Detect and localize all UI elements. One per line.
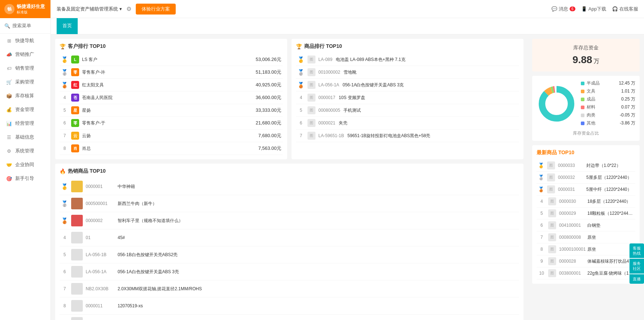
sidebar-item-sales[interactable]: 🏷 销售管理	[0, 61, 50, 75]
product-code: LA-59651-1B	[318, 133, 344, 138]
product-name: 雪地靴	[343, 70, 356, 75]
sidebar-item-operations[interactable]: 📊 经营管理	[0, 116, 50, 130]
new-product-code: 0000030	[559, 199, 584, 204]
search-menu-button[interactable]: 🔍 搜索菜单	[4, 21, 47, 30]
sidebar-item-cooperation[interactable]: 🤝 企业协同	[0, 158, 50, 172]
sidebar-item-quick-nav[interactable]: ⊞ 快捷导航	[0, 34, 50, 48]
new-products-panel: 最新商品 TOP10 🥇 图 0000033 封边带（1.0*22） 🥈 图 0…	[532, 145, 640, 284]
medal-bronze-icon: 🥉	[61, 217, 68, 224]
hot-product-name: 智利车子里（规格不知道填什么）	[118, 218, 518, 224]
customer-rank-row: 4 苍 苍南县人民医院 36,600.00元	[60, 91, 283, 104]
customer-value: 51,183.00元	[256, 69, 281, 75]
customer-badge: 苍	[71, 94, 79, 102]
product-info: 0000021 夹壳	[318, 120, 518, 126]
float-customer-service-btn[interactable]: 客服热线	[629, 243, 644, 258]
medal-gold-icon: 🥇	[61, 56, 68, 63]
new-product-code: 0000032	[558, 175, 583, 180]
customer-value: 40,925.00元	[256, 82, 281, 88]
operations-icon: 📊	[6, 120, 12, 127]
new-product-icon: 图	[548, 209, 556, 217]
message-button[interactable]: 💬 消息 6	[551, 6, 575, 12]
new-product-icon: 图	[548, 221, 556, 229]
new-product-name: 体碱嘉枝味苏打饮品400毫升（1*15）	[587, 258, 634, 264]
product-name: 夹壳	[339, 120, 347, 126]
rank-number: 5	[61, 108, 68, 113]
customer-rank-row: 5 星 星扬 33,333.00元	[60, 104, 283, 117]
legend-category-name: 半成品	[587, 80, 617, 86]
new-product-row: 9 图 0000028 体碱嘉枝味苏打饮品400毫升（1*15）	[537, 255, 635, 267]
customer-ranking-table: 🥇 L LS 客户 53,006.26元 🥈 零 零售客户-许 51,183.0…	[60, 53, 283, 155]
new-product-name: 18多层（1220*2440）	[587, 198, 634, 205]
hot-product-row: 4 01 45#	[60, 229, 519, 246]
sidebar-item-guide[interactable]: 🎯 新手引导	[0, 172, 50, 185]
hot-product-row: 6 LA-056-1A 056-1A白色按键开关盖ABS 3壳	[60, 263, 519, 280]
legend-color-dot	[581, 82, 584, 85]
product-name: 10S 变频罗盘	[339, 95, 365, 100]
medal-silver-icon: 🥈	[61, 200, 68, 207]
rank-number: 4	[61, 95, 68, 100]
float-service: 客服热线 服务社区 直播	[629, 243, 644, 284]
new-product-row: 7 图 000800008 原坐	[537, 231, 635, 243]
sidebar-item-marketing[interactable]: 📣 营销推广	[0, 48, 50, 61]
app-download-button[interactable]: 📱 App下载	[581, 6, 606, 12]
customer-badge: L	[71, 56, 79, 63]
medal-bronze-icon: 🥉	[61, 82, 68, 89]
legend-color-dot	[581, 98, 584, 101]
legend-category-name: 肉类	[587, 112, 617, 118]
rank-number: 9	[538, 259, 545, 264]
product-rank-row: 🥉 图 LA-056-1A 056-1A白色按键开关盖ABS 3克	[296, 79, 519, 91]
legend-category-value: 0.25 万	[621, 96, 635, 102]
inventory-chart-panel: 半成品 12.45 万 文具 1.01 万 成品 0.25 万 材料 0.07 …	[532, 76, 640, 141]
customer-badge: 零	[71, 68, 79, 76]
rank-number: 10	[538, 271, 545, 276]
legend-color-dot	[581, 114, 584, 117]
new-product-code: 0000031	[558, 187, 583, 192]
settings-icon[interactable]: ⚙	[126, 5, 131, 12]
product-icon: 图	[307, 56, 315, 63]
hot-product-name: 新西兰牛肉（新牛）	[118, 201, 518, 207]
new-product-name: 22g鱼豆腐·烧烤味（1*12*20）	[587, 270, 634, 276]
new-product-code: 0000029	[559, 211, 584, 216]
hot-product-name: 056-1B白色按键开关壳ABS2壳	[118, 252, 518, 258]
customer-name: 红太阳文具	[82, 82, 253, 88]
float-service-community-btn[interactable]: 服务社区	[629, 259, 644, 274]
sidebar-item-purchase[interactable]: 🛒 采购管理	[0, 75, 50, 89]
float-live-btn[interactable]: 直播	[629, 274, 644, 284]
logo-icon: 畅	[4, 4, 15, 14]
product-info: 000800005 手机测试	[318, 107, 518, 114]
hot-products-list: 🥇 0000001 中华神籍 🥈 000500001 新西兰牛肉（新牛） 🥉 0…	[60, 178, 519, 320]
customer-name: 零售客户-于	[82, 120, 253, 126]
new-product-row: 🥉 图 0000031 5厘中纤（1220*2440）	[537, 184, 635, 196]
rank-number: 4	[538, 199, 545, 204]
message-icon: 💬	[551, 6, 557, 12]
customer-value: 33,333.00元	[256, 107, 281, 114]
sidebar-item-finance[interactable]: 💰 资金管理	[0, 103, 50, 116]
system-title-dropdown[interactable]: 装备及固定资产辅助管理系统 ▾	[57, 6, 122, 12]
medal-gold-icon: 🥇	[538, 163, 544, 168]
product-code: 0000017	[318, 95, 335, 100]
tab-home[interactable]: 首页	[57, 18, 78, 34]
legend-color-dot	[581, 90, 584, 93]
logo-text: 畅捷通好生意 标准版	[17, 4, 45, 15]
customer-name: 云扬	[82, 133, 255, 139]
new-product-icon: 图	[547, 161, 555, 169]
new-product-icon: 图	[548, 269, 556, 277]
product-info: LA-089 电池盖 LA-089 ABS本色+黑种 7.1克	[318, 57, 518, 63]
product-thumbnail-placeholder	[71, 249, 83, 260]
trial-btn[interactable]: 体验行业方案	[136, 4, 176, 15]
product-thumbnail-placeholder	[71, 283, 83, 295]
sidebar-item-basic[interactable]: ☰ 基础信息	[0, 130, 50, 144]
sidebar-item-system[interactable]: ⚙ 系统管理	[0, 144, 50, 158]
online-service-button[interactable]: 🎧 在线客服	[612, 6, 638, 12]
donut-container: 半成品 12.45 万 文具 1.01 万 成品 0.25 万 材料 0.07 …	[537, 80, 635, 128]
product-name: 手机测试	[343, 108, 361, 113]
new-product-row: 5 图 0000029 18颗粒板（1220*2440）	[537, 208, 635, 220]
purchase-icon: 🛒	[6, 79, 12, 85]
legend-category-value: -0.05 万	[620, 112, 635, 118]
customer-badge: 红	[71, 81, 79, 89]
customer-name: 零售客户-许	[82, 69, 253, 75]
product-name: 59651-1B旋转投影灯电池盒ABS黑色+58壳	[347, 133, 430, 138]
sidebar-item-inventory[interactable]: 📦 库存核算	[0, 89, 50, 103]
legend-category-name: 成品	[587, 96, 619, 102]
sidebar-search-area[interactable]: 🔍 搜索菜单	[0, 18, 50, 34]
